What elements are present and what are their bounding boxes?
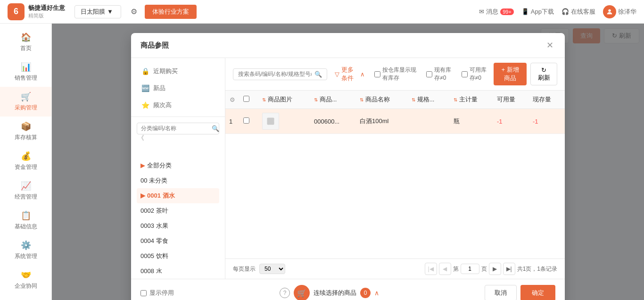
spec-column-header[interactable]: ⇅ 规格... bbox=[408, 91, 450, 109]
category-water[interactable]: 0008 水 bbox=[137, 264, 219, 273]
modal-right-panel: 🔍 ▽ 更多条件 ∧ 按仓库显示现有库存 bbox=[225, 58, 565, 279]
quick-btn-new[interactable]: 🆕 新品 bbox=[137, 81, 219, 96]
checkbox-nonzero-input[interactable] bbox=[426, 71, 432, 77]
checkbox-warehouse-input[interactable] bbox=[374, 71, 380, 77]
category-search-input[interactable] bbox=[141, 125, 212, 132]
checkbox-available-stock[interactable]: 可用库存≠0 bbox=[462, 66, 490, 82]
basic-icon: 📋 bbox=[21, 210, 31, 221]
quick-btn-recent-label: 近期购买 bbox=[153, 67, 178, 75]
sidebar-item-enterprise[interactable]: 🤝 企业协同 bbox=[0, 265, 51, 295]
sidebar-label-basic: 基础信息 bbox=[15, 223, 37, 231]
modal-title: 商品参照 bbox=[140, 41, 169, 50]
confirm-button[interactable]: 确定 bbox=[520, 285, 555, 300]
main-layout: 🏠 首页 📊 销售管理 🛒 采购管理 📦 库存核算 💰 资金管理 📈 经营管理 … bbox=[0, 24, 644, 300]
logo-area: 6 畅捷通好生意 精简版 bbox=[8, 3, 65, 20]
quick-btns-group: 🔒 近期购买 🆕 新品 ⭐ 频次高 bbox=[131, 64, 225, 113]
online-service-label: 在线客服 bbox=[571, 8, 595, 16]
category-beverage[interactable]: 0005 饮料 bbox=[137, 249, 219, 264]
show-disabled-label[interactable]: 显示停用 bbox=[140, 289, 174, 297]
img-column-header[interactable]: ⇅ 商品图片 bbox=[258, 91, 310, 109]
checkbox-nonzero-stock[interactable]: 现有库存≠0 bbox=[426, 66, 455, 82]
sidebar-item-business[interactable]: 📈 经营管理 bbox=[0, 176, 51, 206]
help-icon[interactable]: ? bbox=[280, 288, 290, 298]
app-download-label: App下载 bbox=[531, 8, 554, 16]
row-checkbox[interactable] bbox=[243, 117, 249, 124]
refresh-button[interactable]: ↻ 刷新 bbox=[530, 63, 557, 85]
available-column-header[interactable]: 可用量 bbox=[493, 91, 529, 109]
checkbox-nonzero-label: 现有库存≠0 bbox=[434, 66, 455, 82]
checkbox-warehouse-stock[interactable]: 按仓库显示现有库存 bbox=[374, 66, 420, 82]
top-nav: 6 畅捷通好生意 精简版 日太阳膜 ▼ ⚙ 体验行业方案 ✉ 消息 99+ 📱 … bbox=[0, 0, 644, 24]
category-tea[interactable]: 0002 茶叶 bbox=[137, 203, 219, 218]
checkbox-column-header[interactable] bbox=[239, 91, 258, 109]
sidebar-item-finance[interactable]: 💰 资金管理 bbox=[0, 146, 51, 176]
category-search-box[interactable]: 🔍 bbox=[137, 123, 219, 134]
checkbox-available-label: 可用库存≠0 bbox=[470, 66, 490, 82]
gear-column-header[interactable]: ⚙ bbox=[225, 91, 239, 109]
arrow-right-active-icon: ▶ bbox=[140, 192, 145, 199]
quick-btn-frequent[interactable]: ⭐ 频次高 bbox=[137, 98, 219, 113]
sidebar-item-system[interactable]: ⚙️ 系统管理 bbox=[0, 235, 51, 265]
store-selector[interactable]: 日太阳膜 ▼ bbox=[74, 5, 121, 18]
app-download-button[interactable]: 📱 App下载 bbox=[521, 8, 554, 16]
category-fruit[interactable]: 0003 水果 bbox=[137, 218, 219, 233]
last-page-btn[interactable]: ▶| bbox=[503, 263, 515, 275]
row-spec-cell bbox=[408, 109, 450, 134]
prev-page-btn[interactable]: ◀ bbox=[439, 263, 451, 275]
collapse-footer-icon[interactable]: ∧ bbox=[374, 289, 379, 297]
next-page-btn[interactable]: ▶ bbox=[489, 263, 501, 275]
sidebar-item-home[interactable]: 🏠 首页 bbox=[0, 27, 51, 57]
online-service-button[interactable]: 🎧 在线客服 bbox=[561, 8, 595, 16]
page-size-label: 每页显示 bbox=[233, 265, 256, 273]
page-total: 共1页，1条记录 bbox=[517, 265, 557, 273]
product-search-input[interactable] bbox=[238, 71, 312, 77]
trial-button[interactable]: 体验行业方案 bbox=[145, 5, 197, 19]
add-product-button[interactable]: + 新增商品 bbox=[494, 63, 527, 85]
category-uncategorized[interactable]: 00 未分类 bbox=[137, 173, 219, 188]
name-col-sort-icon: ⇅ bbox=[360, 97, 363, 102]
inventory-icon: 📦 bbox=[21, 121, 31, 132]
product-search-bar[interactable]: 🔍 bbox=[233, 68, 327, 80]
page-suffix: 页 bbox=[481, 265, 487, 273]
cancel-button[interactable]: 取消 bbox=[485, 285, 517, 300]
pagination-bar: 每页显示 50 10 20 100 |◀ ◀ 第 1 bbox=[225, 258, 565, 279]
collapse-panel-btn[interactable]: 《 bbox=[137, 130, 144, 146]
checkbox-available-input[interactable] bbox=[462, 71, 468, 77]
messages-button[interactable]: ✉ 消息 99+ bbox=[479, 8, 514, 16]
modal-header: 商品参照 ✕ bbox=[131, 33, 565, 58]
code-column-header[interactable]: ⇅ 商品... bbox=[310, 91, 356, 109]
sidebar-item-inventory[interactable]: 📦 库存核算 bbox=[0, 117, 51, 146]
modal-close-button[interactable]: ✕ bbox=[544, 40, 555, 51]
show-disabled-checkbox[interactable] bbox=[140, 290, 147, 296]
logo-text: 畅捷通好生意 精简版 bbox=[28, 4, 65, 19]
select-all-checkbox[interactable] bbox=[243, 96, 249, 102]
user-area[interactable]: 徐泽华 bbox=[603, 5, 636, 18]
sidebar-label-inventory: 库存核算 bbox=[15, 133, 37, 142]
home-icon: 🏠 bbox=[21, 32, 31, 42]
lock-icon: 🔒 bbox=[141, 67, 149, 75]
page-size-select[interactable]: 50 10 20 100 bbox=[259, 264, 285, 274]
row-checkbox-cell[interactable] bbox=[239, 109, 258, 134]
filter-more-btn[interactable]: ▽ 更多条件 ∧ bbox=[331, 64, 369, 84]
settings-icon[interactable]: ⚙ bbox=[127, 5, 141, 19]
checkbox-group: 按仓库显示现有库存 现有库存≠0 可用库存≠0 bbox=[374, 66, 490, 82]
messages-label: 消息 bbox=[486, 8, 498, 16]
sidebar-item-sales[interactable]: 📊 销售管理 bbox=[0, 57, 51, 87]
selected-text: 连续选择的商品 bbox=[314, 289, 356, 297]
row-code-cell: 000600... bbox=[310, 109, 356, 134]
name-column-header[interactable]: ⇅ 商品名称 bbox=[356, 91, 408, 109]
category-liquor[interactable]: ▶ 0001 酒水 bbox=[137, 188, 219, 203]
sidebar-item-basic[interactable]: 📋 基础信息 bbox=[0, 206, 51, 235]
page-number-input[interactable]: 1 bbox=[461, 264, 479, 274]
svg-point-2 bbox=[269, 119, 270, 121]
cart-icon-btn[interactable]: 🛒 bbox=[294, 285, 310, 300]
unit-column-header[interactable]: ⇅ 主计量 bbox=[450, 91, 493, 109]
sidebar-item-guide[interactable]: 🎯 新手引导 bbox=[0, 295, 51, 300]
sidebar-item-purchase[interactable]: 🛒 采购管理 bbox=[0, 87, 51, 117]
category-all[interactable]: ▶ 全部分类 bbox=[137, 158, 219, 173]
first-page-btn[interactable]: |◀ bbox=[425, 263, 437, 275]
table-row[interactable]: 1 bbox=[225, 109, 565, 134]
category-snack[interactable]: 0004 零食 bbox=[137, 233, 219, 249]
checkbox-warehouse-label: 按仓库显示现有库存 bbox=[382, 66, 420, 82]
quick-btn-recent[interactable]: 🔒 近期购买 bbox=[137, 64, 219, 79]
